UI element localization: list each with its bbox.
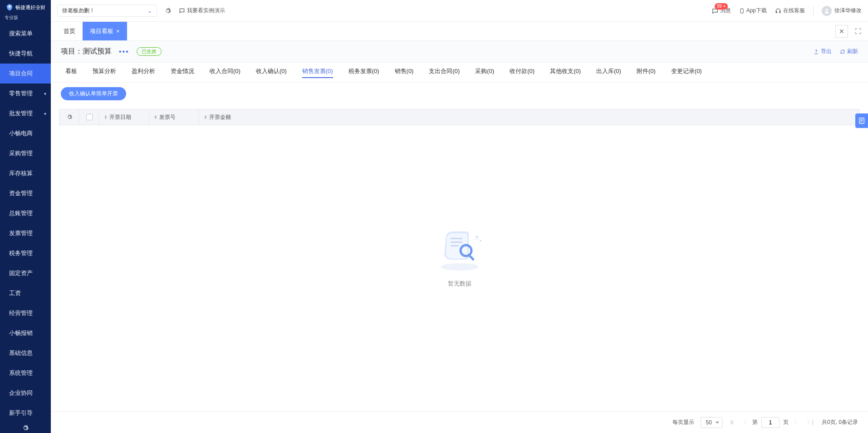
sub-tab-0[interactable]: 看板 — [65, 67, 77, 78]
sidebar-item-label: 搜索菜单 — [9, 30, 33, 38]
sidebar-item-label: 小畅电商 — [9, 129, 33, 138]
sidebar-item-4[interactable]: 批发管理▾ — [0, 103, 51, 123]
sort-icon: ▲▼ — [204, 115, 207, 119]
sub-tab-5[interactable]: 收入确认(0) — [256, 67, 287, 78]
svg-rect-5 — [451, 241, 462, 243]
svg-rect-4 — [451, 238, 462, 239]
column-label: 开票金额 — [209, 113, 231, 121]
empty-state: 暂无数据 — [51, 227, 868, 288]
sidebar-item-16[interactable]: 基础信息 — [0, 343, 51, 363]
sidebar-item-label: 发票管理 — [9, 229, 33, 237]
sub-tab-4[interactable]: 收入合同(0) — [210, 67, 240, 78]
sidebar-item-label: 总账管理 — [9, 209, 33, 217]
sidebar-item-19[interactable]: 新手引导 — [0, 403, 51, 423]
page-tab-1[interactable]: 项目看板× — [83, 22, 127, 40]
floating-help-button[interactable] — [855, 113, 868, 128]
sub-tab-9[interactable]: 支出合同(0) — [429, 67, 460, 78]
column-invoice-date[interactable]: ▲▼ 开票日期 — [99, 109, 149, 125]
sidebar-item-10[interactable]: 发票管理 — [0, 223, 51, 243]
user-menu[interactable]: 徐泽华修改 — [822, 6, 862, 16]
sidebar-item-label: 批发管理 — [9, 109, 33, 118]
sidebar-item-12[interactable]: 固定资产 — [0, 263, 51, 283]
last-page-button[interactable]: 〉| — [805, 418, 815, 427]
close-icon: ✕ — [839, 28, 844, 35]
sidebar-item-7[interactable]: 库存核算 — [0, 163, 51, 183]
prev-page-button[interactable]: 〈 — [740, 418, 749, 427]
column-invoice-no[interactable]: ▲▼ 发票号 — [149, 109, 199, 125]
close-icon[interactable]: × — [116, 28, 120, 34]
app-download-button[interactable]: App下载 — [739, 7, 767, 15]
brand-logo-icon — [5, 3, 14, 11]
sidebar-item-label: 系统管理 — [9, 369, 33, 377]
sidebar-item-label: 零售管理 — [9, 89, 33, 98]
sub-tab-12[interactable]: 其他收支(0) — [550, 67, 581, 78]
export-icon — [814, 49, 819, 54]
status-badge: 已生效 — [137, 47, 162, 56]
sidebar-item-label: 经营管理 — [9, 309, 33, 317]
caret-down-icon: ▾ — [44, 111, 46, 116]
refresh-button[interactable]: 刷新 — [840, 48, 858, 55]
sub-tab-11[interactable]: 收付款(0) — [510, 67, 535, 78]
sidebar-item-label: 固定资产 — [9, 269, 33, 277]
sidebar-item-label: 新手引导 — [9, 409, 33, 417]
message-button[interactable]: 99 + 消息 — [712, 7, 731, 15]
sub-tab-15[interactable]: 变更记录(0) — [671, 67, 702, 78]
sub-tab-1[interactable]: 预算分析 — [93, 67, 116, 78]
per-page-select[interactable]: 50 — [701, 417, 722, 428]
sidebar-item-9[interactable]: 总账管理 — [0, 203, 51, 223]
sidebar: 畅捷通好业财 专业版 搜索菜单快捷导航项目合同零售管理▾批发管理▾小畅电商采购管… — [0, 0, 51, 433]
page-tab-label: 项目看板 — [90, 27, 113, 35]
demo-link[interactable]: 我要看实例演示 — [179, 7, 225, 15]
close-tab-button[interactable]: ✕ — [835, 25, 848, 38]
sidebar-item-11[interactable]: 税务管理 — [0, 243, 51, 263]
export-label: 导出 — [821, 48, 832, 55]
sub-tab-2[interactable]: 盈利分析 — [132, 67, 155, 78]
chevron-down-icon: ⌄ — [147, 8, 152, 14]
sidebar-item-2[interactable]: 项目合同 — [0, 64, 51, 84]
sidebar-item-6[interactable]: 采购管理 — [0, 143, 51, 163]
app-download-label: App下载 — [746, 7, 767, 15]
sub-tab-6[interactable]: 销售发票(0) — [302, 67, 333, 78]
svg-rect-1 — [740, 9, 743, 13]
tenant-selector[interactable]: 徐老板勿删！ ⌄ — [57, 5, 157, 17]
action-bar: 收入确认单简单开票 — [51, 83, 868, 104]
sidebar-item-5[interactable]: 小畅电商 — [0, 123, 51, 143]
quick-invoice-button[interactable]: 收入确认单简单开票 — [61, 87, 126, 100]
sub-tab-7[interactable]: 税务发票(0) — [348, 67, 379, 78]
sub-tab-10[interactable]: 采购(0) — [475, 67, 494, 78]
select-all-checkbox[interactable] — [86, 114, 93, 120]
column-invoice-amount[interactable]: ▲▼ 开票金额 — [199, 109, 859, 125]
brand-name: 畅捷通好业财 — [15, 4, 45, 11]
sidebar-item-18[interactable]: 企业协同 — [0, 383, 51, 403]
sidebar-item-13[interactable]: 工资 — [0, 283, 51, 303]
sidebar-item-17[interactable]: 系统管理 — [0, 363, 51, 383]
sub-tab-8[interactable]: 销售(0) — [395, 67, 414, 78]
sidebar-item-8[interactable]: 资金管理 — [0, 183, 51, 203]
sidebar-item-label: 小畅报销 — [9, 329, 33, 337]
sidebar-item-1[interactable]: 快捷导航 — [0, 44, 51, 64]
sidebar-item-15[interactable]: 小畅报销 — [0, 323, 51, 343]
sub-tab-3[interactable]: 资金情况 — [171, 67, 194, 78]
tenant-settings-button[interactable] — [162, 5, 173, 16]
export-button[interactable]: 导出 — [814, 48, 832, 55]
first-page-button[interactable]: K — [729, 418, 736, 427]
column-settings-button[interactable] — [59, 109, 79, 125]
sidebar-item-0[interactable]: 搜索菜单 — [0, 24, 51, 44]
sidebar-item-label: 资金管理 — [9, 189, 33, 197]
sidebar-item-3[interactable]: 零售管理▾ — [0, 84, 51, 103]
online-service-label: 在线客服 — [783, 7, 805, 15]
per-page-label: 每页显示 — [672, 418, 694, 426]
fullscreen-button[interactable]: ⛶ — [852, 25, 864, 38]
page-tab-0[interactable]: 首页 — [56, 22, 83, 40]
page-tab-label: 首页 — [64, 27, 75, 35]
online-service-button[interactable]: 在线客服 — [775, 7, 805, 15]
next-page-button[interactable]: 〉 — [792, 418, 801, 427]
sub-tab-14[interactable]: 附件(0) — [637, 67, 656, 78]
sidebar-item-14[interactable]: 经营管理 — [0, 303, 51, 323]
more-actions-button[interactable]: ••• — [119, 48, 129, 56]
page-input[interactable] — [761, 417, 780, 428]
sort-icon: ▲▼ — [154, 115, 157, 119]
sub-tab-13[interactable]: 出入库(0) — [596, 67, 621, 78]
sidebar-settings-button[interactable] — [0, 423, 51, 433]
per-page-value: 50 — [706, 419, 711, 426]
